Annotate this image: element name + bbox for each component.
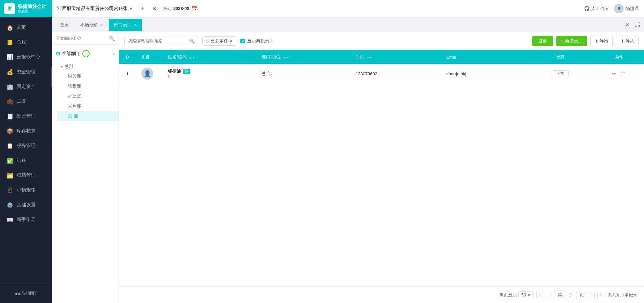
dept-child-finance[interactable]: 财务部: [57, 71, 119, 81]
name-sort-icon[interactable]: ▲▼: [189, 56, 195, 59]
logout-button[interactable]: ⬚: [619, 70, 628, 77]
nav-item-ledger[interactable]: 📒 总账: [0, 35, 52, 50]
col-name[interactable]: 姓名/编码 ▲▼: [163, 50, 256, 64]
dept-name-finance: 财务部: [68, 73, 81, 78]
col-dept[interactable]: 部门/职位 ▲▼: [256, 50, 350, 64]
nav-label-inventory: 库存核算: [17, 128, 36, 134]
row-phone: 138070602...: [350, 64, 441, 83]
tab-close-icon[interactable]: ✕: [624, 20, 631, 29]
col-settings[interactable]: ⚙: [119, 50, 136, 64]
nav-label-ledger: 总账: [17, 39, 26, 45]
per-page-dropdown-icon: ∨: [527, 292, 531, 297]
nav-item-funds[interactable]: 💰 资金管理: [0, 64, 52, 79]
toolbar-right: 邀请 + 新增员工 ⬆ 导出 ⬇ 导入: [532, 36, 639, 46]
tab-home[interactable]: 首页: [55, 19, 74, 31]
dept-collapse-icon[interactable]: «: [112, 51, 115, 56]
dept-search-icon[interactable]: 🔍: [109, 36, 115, 41]
page-number-input[interactable]: 1: [565, 291, 577, 299]
sidebar: 财 畅捷通好会计 旗舰版 🏠 首页 📒 总账 📊 云报表中心 💰 资金管理 🏢 …: [0, 0, 52, 303]
dept-child-sales[interactable]: 销售部: [57, 81, 119, 91]
nav-label-closing: 结账: [17, 158, 26, 164]
tab-department-label: 部门员工: [114, 22, 131, 28]
per-page-dropdown[interactable]: 50 ∨: [518, 291, 534, 298]
col-phone[interactable]: 手机 ▲▼: [350, 50, 441, 64]
dept-search-input[interactable]: [56, 36, 109, 41]
nav-list: 🏠 首页 📒 总账 📊 云报表中心 💰 资金管理 🏢 固定资产 💼 工资 🧾 发…: [0, 17, 52, 284]
sidebar-footer: ◀◀ 取消固定: [0, 284, 52, 303]
nav-item-archive[interactable]: 🗂️ 归档管理: [0, 168, 52, 183]
import-button[interactable]: ⬇ 导入: [616, 36, 639, 46]
cancel-pin-label: 取消固定: [22, 291, 38, 296]
dept-name-purchase: 采购部: [68, 103, 81, 109]
user-menu[interactable]: 👤 畅捷通: [614, 4, 639, 13]
status-badge: 正常: [552, 70, 569, 77]
cancel-pin-button[interactable]: ◀◀ 取消固定: [0, 288, 52, 299]
dept-root-all[interactable]: ⊞ 全部部门 + «: [52, 47, 119, 60]
nav-item-invoice[interactable]: 🧾 发票管理: [0, 109, 52, 124]
tab-xiaochang[interactable]: 小畅报销 ×: [75, 19, 108, 31]
topbar-settings-icon[interactable]: ⚙: [151, 5, 159, 13]
dept-name-office: 办公室: [68, 93, 81, 98]
dept-name-sales: 销售部: [68, 83, 81, 88]
nav-item-guide[interactable]: 📖 新手引导: [0, 212, 52, 227]
phone-sort-icon[interactable]: ▲▼: [367, 56, 372, 59]
topbar: 江西服宝精品有限责任公司内账张 ▼ + ⚙ 账期 2023-03 📅 🎧 人工咨…: [52, 0, 644, 17]
nav-label-archive: 归档管理: [17, 172, 36, 178]
page-size-select: 每页显示 50 ∨: [499, 291, 534, 298]
content-area: 🔍 ⊞ 全部部门 + « ▼ 总部 财务部: [52, 32, 644, 303]
employee-name: 畅捷通 部: [168, 68, 251, 74]
row-dept-position: 总 部: [256, 64, 350, 83]
add-employee-button[interactable]: + 新增员工: [556, 36, 587, 46]
tab-department[interactable]: 部门员工 ×: [109, 19, 142, 31]
table-header-row: ⚙ 头像 姓名/编码 ▲▼ 部门/职位 ▲▼: [119, 50, 644, 64]
next-page-button[interactable]: ⟩: [587, 291, 595, 299]
nav-item-settings[interactable]: ⚙️ 基础设置: [0, 198, 52, 212]
add-tab-button[interactable]: +: [139, 5, 147, 13]
dept-parent-headquarters: ▼ 总部 财务部 销售部 办公室 采购部: [52, 60, 119, 123]
edit-button[interactable]: ✏: [610, 70, 618, 77]
nav-item-fixed-assets[interactable]: 🏢 固定资产: [0, 79, 52, 94]
dept-sort-icon[interactable]: ▲▼: [283, 56, 288, 59]
import-icon: ⬇: [621, 39, 624, 44]
dept-label-headquarters[interactable]: ▼ 总部: [57, 62, 119, 71]
company-dropdown-icon[interactable]: ▼: [129, 6, 133, 11]
logo: 财 畅捷通好会计 旗舰版: [0, 0, 52, 17]
more-conditions-button[interactable]: ▽ 更多条件 ∨: [202, 36, 236, 46]
company-name: 江西服宝精品有限责任公司内账张: [57, 6, 128, 12]
employee-search-icon[interactable]: 🔍: [189, 38, 195, 44]
tab-expand-icon[interactable]: ⛶: [633, 20, 641, 29]
dept-edit-icon[interactable]: +: [82, 50, 90, 57]
calendar-icon[interactable]: 📅: [192, 6, 197, 11]
employee-dept-badge: 部: [183, 69, 190, 74]
tab-department-close[interactable]: ×: [134, 23, 137, 27]
nav-item-reports[interactable]: 📊 云报表中心: [0, 50, 52, 64]
employee-search-input[interactable]: [128, 39, 189, 43]
nav-item-tax[interactable]: 📋 税务管理: [0, 138, 52, 153]
nav-item-xiaochang[interactable]: 📱 小畅报销: [0, 183, 52, 198]
nav-item-closing[interactable]: ✅ 结账: [0, 153, 52, 168]
dept-child-purchase[interactable]: 采购部: [57, 101, 119, 111]
inventory-icon: 📦: [7, 128, 13, 134]
last-page-button[interactable]: ⟩⟩: [597, 291, 605, 299]
nav-label-funds: 资金管理: [17, 69, 36, 75]
nav-item-home[interactable]: 🏠 首页: [0, 20, 52, 35]
nav-item-inventory[interactable]: 📦 库存核算: [0, 124, 52, 138]
dept-child-office[interactable]: 办公室: [57, 91, 119, 101]
show-resigned-toggle[interactable]: ✓ 显示离职员工: [240, 38, 273, 44]
tab-xiaochang-close[interactable]: ×: [100, 23, 103, 27]
invite-button[interactable]: 邀请: [532, 36, 553, 46]
nav-item-salary[interactable]: 💼 工资: [0, 94, 52, 109]
first-page-button[interactable]: ⟨⟨: [536, 291, 544, 299]
app-sub: 旗舰版: [18, 9, 46, 14]
dept-child-general[interactable]: 总 部: [57, 111, 119, 121]
consult-button[interactable]: 🎧 人工咨询: [584, 6, 609, 12]
headset-icon: 🎧: [584, 6, 589, 11]
prev-page-button[interactable]: ⟨: [547, 291, 555, 299]
closing-icon: ✅: [7, 157, 13, 164]
toolbar: 🔍 ▽ 更多条件 ∨ ✓ 显示离职员工 邀请 + 新增员工 ⬆ 导出: [119, 32, 644, 50]
xiaochang-icon: 📱: [7, 187, 13, 193]
employee-avatar: 👤: [141, 68, 153, 80]
per-page-value: 50: [521, 292, 526, 297]
export-button[interactable]: ⬆ 导出: [590, 36, 613, 46]
col-status: 状态: [527, 50, 594, 64]
